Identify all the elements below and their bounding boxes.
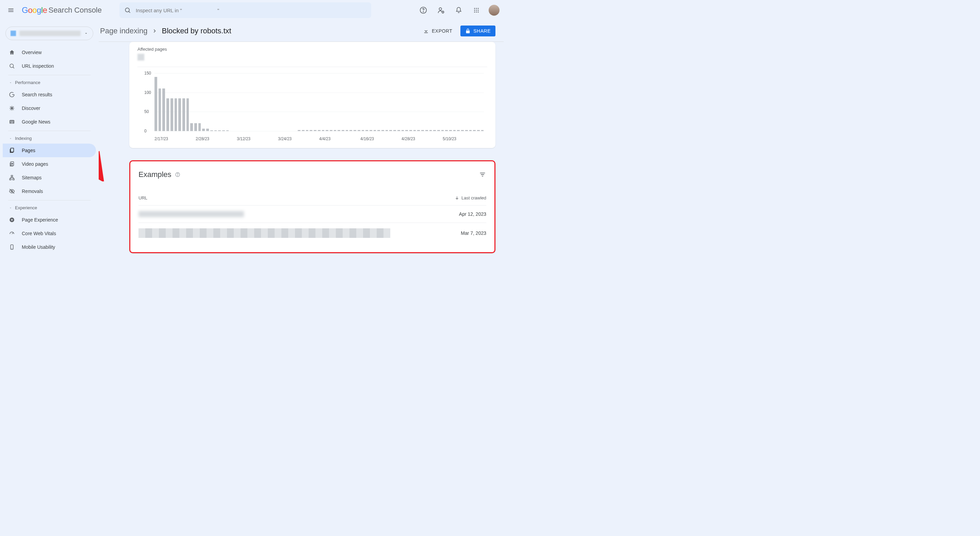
- svg-point-3: [439, 8, 442, 10]
- chevron-right-icon: [152, 29, 157, 33]
- sidebar-item-label: Sitemaps: [22, 175, 41, 180]
- svg-rect-18: [11, 123, 14, 123]
- sidebar-item-label: Core Web Vitals: [22, 231, 56, 236]
- table-row[interactable]: Mar 7, 2023: [138, 223, 486, 243]
- sidebar-item-google-news[interactable]: Google News: [3, 115, 96, 129]
- sidebar-item-pages[interactable]: Pages: [3, 144, 96, 157]
- affected-pages-count-redacted: [137, 54, 144, 60]
- sidebar-item-video-pages[interactable]: Video pages: [3, 157, 96, 171]
- column-header-url[interactable]: URL: [138, 196, 455, 200]
- examples-heading: Examples: [138, 170, 172, 179]
- sidebar-group-indexing[interactable]: Indexing: [3, 133, 96, 144]
- caret-down-icon: [9, 206, 12, 210]
- notifications-button[interactable]: [452, 3, 466, 17]
- sidebar-item-core-web-vitals[interactable]: Core Web Vitals: [3, 227, 96, 240]
- sidebar-item-discover[interactable]: Discover: [3, 102, 96, 115]
- sidebar: Overview URL inspection Performance Sear…: [0, 21, 99, 272]
- property-favicon: [11, 31, 16, 36]
- svg-point-8: [474, 10, 475, 11]
- person-gear-icon: [437, 6, 445, 14]
- export-button[interactable]: EXPORT: [420, 25, 456, 37]
- examples-table: URL Last crawled Apr 12, 2023: [138, 196, 486, 243]
- affected-pages-card: Affected pages 050100150 2/17/232/28/233…: [129, 42, 495, 148]
- visibility-off-icon: [9, 188, 15, 194]
- apps-button[interactable]: [469, 3, 483, 17]
- sidebar-item-label: Search results: [22, 92, 52, 97]
- home-icon: [9, 49, 15, 56]
- user-settings-button[interactable]: [434, 3, 448, 17]
- affected-pages-label: Affected pages: [137, 47, 487, 52]
- caret-down-icon: [9, 137, 12, 140]
- svg-point-7: [478, 8, 479, 9]
- apps-grid-icon: [473, 7, 479, 13]
- menu-icon: [8, 7, 14, 14]
- sitemap-icon: [9, 175, 15, 181]
- affected-pages-chart: 050100150 2/17/232/28/233/12/233/24/234/…: [137, 67, 487, 141]
- filter-button[interactable]: [479, 171, 486, 178]
- svg-point-9: [476, 10, 477, 11]
- property-picker[interactable]: [5, 27, 93, 40]
- sidebar-item-page-experience[interactable]: Page Experience: [3, 213, 96, 227]
- examples-card: Examples URL Last crawled: [129, 160, 495, 253]
- svg-point-14: [10, 64, 14, 68]
- url-inspect-search[interactable]: [119, 2, 371, 18]
- arrow-down-icon: [455, 196, 460, 200]
- svg-point-13: [478, 11, 479, 13]
- url-redacted: [138, 228, 390, 238]
- help-icon: [420, 6, 427, 14]
- filter-icon: [479, 171, 486, 178]
- breadcrumb: Page indexing Blocked by robots.txt: [100, 27, 231, 35]
- sidebar-group-performance[interactable]: Performance: [3, 77, 96, 88]
- main-content: Page indexing Blocked by robots.txt EXPO…: [99, 21, 504, 272]
- asterisk-icon: [9, 105, 15, 111]
- svg-rect-20: [12, 121, 14, 122]
- speed-icon: [9, 231, 15, 237]
- svg-point-6: [476, 8, 477, 9]
- page-titlebar: Page indexing Blocked by robots.txt EXPO…: [99, 21, 504, 42]
- svg-rect-17: [11, 122, 14, 122]
- svg-rect-24: [10, 179, 11, 180]
- sidebar-item-label: Google News: [22, 119, 50, 124]
- column-header-last-crawled[interactable]: Last crawled: [455, 196, 486, 200]
- lock-icon: [465, 28, 471, 34]
- svg-rect-23: [11, 175, 13, 177]
- svg-point-12: [476, 11, 477, 13]
- search-icon: [124, 7, 131, 14]
- sidebar-item-url-inspection[interactable]: URL inspection: [3, 59, 96, 73]
- pages-icon: [9, 147, 15, 153]
- sidebar-item-mobile-usability[interactable]: Mobile Usability: [3, 240, 96, 254]
- bell-icon: [455, 7, 462, 14]
- sidebar-item-label: Video pages: [22, 161, 48, 167]
- sidebar-item-label: Overview: [22, 50, 41, 55]
- hamburger-menu-button[interactable]: [4, 3, 18, 17]
- sidebar-item-label: URL inspection: [22, 63, 54, 69]
- share-button[interactable]: SHARE: [460, 25, 495, 37]
- sidebar-item-label: Discover: [22, 105, 40, 111]
- search-icon: [9, 63, 15, 69]
- download-icon: [423, 28, 429, 34]
- product-name: Search Console: [48, 6, 102, 14]
- account-avatar[interactable]: [488, 5, 500, 16]
- video-pages-icon: [9, 161, 15, 167]
- sidebar-item-label: Mobile Usability: [22, 244, 55, 250]
- sidebar-item-sitemaps[interactable]: Sitemaps: [3, 171, 96, 184]
- table-row[interactable]: Apr 12, 2023: [138, 205, 486, 223]
- svg-point-10: [478, 10, 479, 11]
- annotation-arrow: [99, 137, 105, 181]
- breadcrumb-parent[interactable]: Page indexing: [100, 27, 147, 35]
- svg-point-11: [474, 11, 475, 13]
- google-g-icon: [9, 92, 15, 98]
- help-button[interactable]: [417, 3, 430, 17]
- last-crawled-value: Apr 12, 2023: [452, 212, 486, 217]
- sidebar-item-search-results[interactable]: Search results: [3, 88, 96, 102]
- sidebar-item-removals[interactable]: Removals: [3, 184, 96, 198]
- sidebar-group-experience[interactable]: Experience: [3, 202, 96, 213]
- google-logo: Google: [22, 5, 47, 15]
- breadcrumb-current: Blocked by robots.txt: [162, 27, 231, 35]
- sidebar-item-label: Pages: [22, 148, 35, 153]
- help-icon[interactable]: [175, 172, 180, 177]
- url-inspect-input[interactable]: [136, 8, 366, 13]
- sidebar-item-overview[interactable]: Overview: [3, 46, 96, 59]
- svg-point-2: [423, 11, 423, 12]
- product-logo[interactable]: Google Search Console: [22, 5, 102, 15]
